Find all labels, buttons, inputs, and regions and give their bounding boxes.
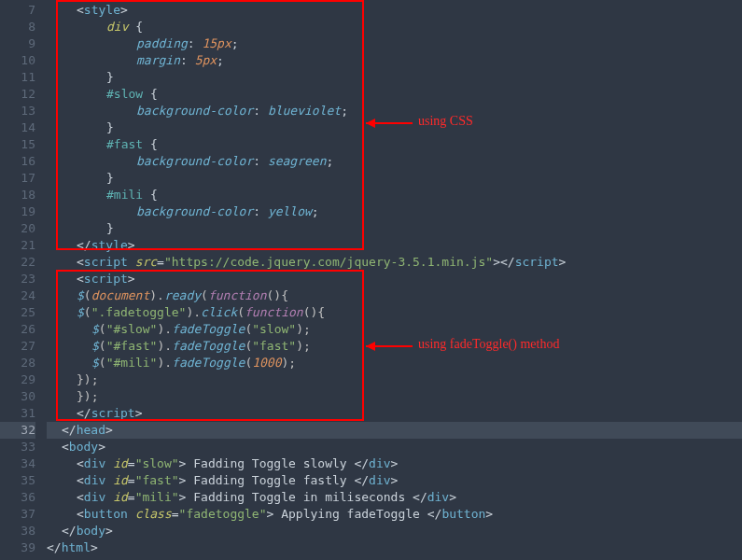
line-number: 13 xyxy=(0,103,35,119)
line-number: 30 xyxy=(0,388,35,405)
code-editor: 7891011121314151617181920212223242526272… xyxy=(0,0,742,556)
line-number: 33 xyxy=(0,439,35,455)
code-line: </style> xyxy=(47,237,742,254)
line-number: 23 xyxy=(0,271,35,287)
code-line: <script src="https://code.jquery.com/jqu… xyxy=(47,254,742,271)
code-line: div { xyxy=(47,19,742,35)
line-number: 26 xyxy=(0,321,35,338)
line-number: 28 xyxy=(0,355,35,371)
line-number: 36 xyxy=(0,489,35,506)
code-line: $(document).ready(function(){ xyxy=(47,287,742,304)
code-line: $(".fadetoggle").click(function(){ xyxy=(47,304,742,321)
code-line: background-color: seagreen; xyxy=(47,153,742,170)
code-line: padding: 15px; xyxy=(47,35,742,52)
code-line: } xyxy=(47,170,742,187)
code-line-current: </head> xyxy=(47,422,742,439)
code-line: #mili { xyxy=(47,187,742,203)
code-line: #slow { xyxy=(47,86,742,103)
line-number: 32 xyxy=(0,422,35,439)
line-number: 11 xyxy=(0,69,35,86)
line-number: 15 xyxy=(0,136,35,153)
code-line: <button class="fadetoggle"> Applying fad… xyxy=(47,506,742,523)
code-line: } xyxy=(47,69,742,86)
line-number: 14 xyxy=(0,119,35,136)
line-number: 18 xyxy=(0,187,35,203)
code-line: <div id="slow"> Fadding Toggle slowly </… xyxy=(47,455,742,472)
code-line: $("#fast").fadeToggle("fast"); xyxy=(47,338,742,355)
line-number: 17 xyxy=(0,170,35,187)
line-number: 19 xyxy=(0,203,35,220)
code-line: <style> xyxy=(47,2,742,19)
code-line: background-color: yellow; xyxy=(47,203,742,220)
code-line: <script> xyxy=(47,271,742,287)
line-number: 34 xyxy=(0,455,35,472)
code-area[interactable]: <style> div { padding: 15px; margin: 5px… xyxy=(47,2,742,556)
code-line: $("#mili").fadeToggle(1000); xyxy=(47,355,742,371)
line-number: 12 xyxy=(0,86,35,103)
code-line: <body> xyxy=(47,439,742,455)
code-line: #fast { xyxy=(47,136,742,153)
code-line: <div id="fast"> Fadding Toggle fastly </… xyxy=(47,472,742,489)
line-number: 20 xyxy=(0,220,35,237)
line-number: 24 xyxy=(0,287,35,304)
line-number: 37 xyxy=(0,506,35,523)
line-number: 10 xyxy=(0,52,35,69)
line-number: 27 xyxy=(0,338,35,355)
line-number: 31 xyxy=(0,405,35,422)
code-line: }); xyxy=(47,388,742,405)
code-line: $("#slow").fadeToggle("slow"); xyxy=(47,321,742,338)
code-line: } xyxy=(47,119,742,136)
code-line: </html> xyxy=(47,539,742,556)
line-number: 39 xyxy=(0,539,35,556)
line-number: 35 xyxy=(0,472,35,489)
code-line: background-color: blueviolet; xyxy=(47,103,742,119)
code-line: margin: 5px; xyxy=(47,52,742,69)
gutter: 7891011121314151617181920212223242526272… xyxy=(0,2,47,556)
code-line: }); xyxy=(47,371,742,388)
line-number: 7 xyxy=(0,2,35,19)
line-number: 25 xyxy=(0,304,35,321)
line-number: 9 xyxy=(0,35,35,52)
line-number: 22 xyxy=(0,254,35,271)
code-line: <div id="mili"> Fadding Toggle in milise… xyxy=(47,489,742,506)
code-line: </body> xyxy=(47,523,742,539)
line-number: 38 xyxy=(0,523,35,539)
code-line: } xyxy=(47,220,742,237)
line-number: 16 xyxy=(0,153,35,170)
line-number: 29 xyxy=(0,371,35,388)
line-number: 21 xyxy=(0,237,35,254)
line-number: 8 xyxy=(0,19,35,35)
code-line: </script> xyxy=(47,405,742,422)
